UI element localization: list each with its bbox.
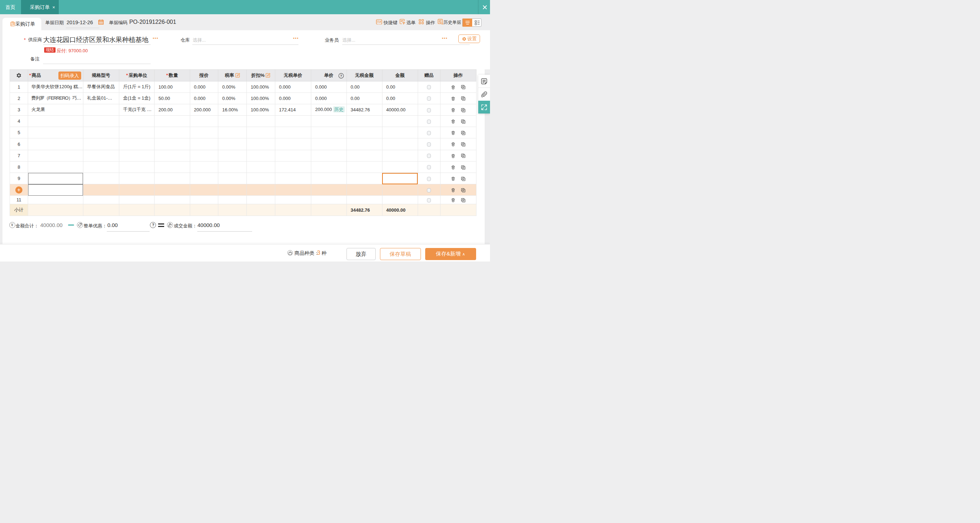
svg-text:?: ? bbox=[340, 74, 342, 78]
svg-text:?: ? bbox=[152, 223, 154, 227]
svg-text:¥: ¥ bbox=[11, 223, 14, 227]
